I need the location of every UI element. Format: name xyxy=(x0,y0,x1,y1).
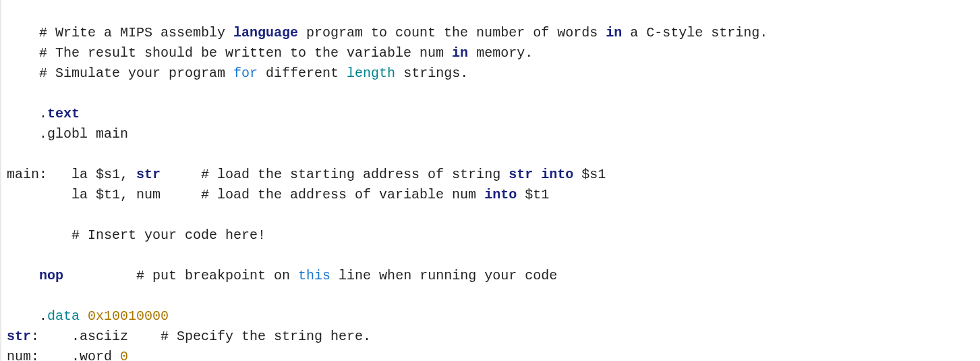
code-line-5: .text xyxy=(7,106,80,121)
code-editor: # Write a MIPS assembly language program… xyxy=(0,0,980,361)
code-line-6: .globl main xyxy=(7,126,128,142)
code-line-15: .data 0x10010000 xyxy=(7,308,169,324)
code-line-1: # Write a MIPS assembly language program… xyxy=(7,25,768,40)
code-line-2: # The result should be written to the va… xyxy=(7,45,533,61)
code-line-8: main: la $s1, str # load the starting ad… xyxy=(7,167,606,182)
code-line-13: nop # put breakpoint on this line when r… xyxy=(7,268,557,283)
code-line-11: # Insert your code here! xyxy=(7,227,266,243)
code-line-9: la $t1, num # load the address of variab… xyxy=(7,187,549,202)
code-line-16: str: .asciiz # Specify the string here. xyxy=(7,329,371,344)
code-line-17: num: .word 0 xyxy=(7,349,128,361)
code-line-3: # Simulate your program for different le… xyxy=(7,65,468,81)
